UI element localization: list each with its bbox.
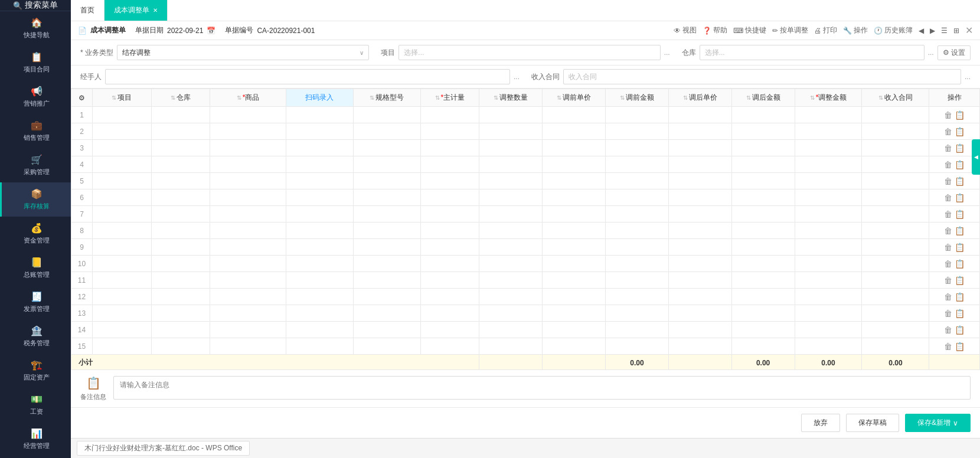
- row-qty[interactable]: [479, 223, 543, 239]
- view-btn[interactable]: 👁 视图: [674, 25, 697, 35]
- row-scan[interactable]: [286, 206, 353, 223]
- row-after-amount[interactable]: [731, 239, 795, 256]
- sidebar-item-operations[interactable]: 📊 经营管理: [0, 422, 71, 456]
- row-after-price[interactable]: [668, 156, 731, 173]
- row-before-amount[interactable]: [605, 322, 668, 338]
- row-product[interactable]: [210, 338, 286, 355]
- sidebar-item-tax[interactable]: 🏦 税务管理: [0, 319, 71, 354]
- row-after-amount[interactable]: [731, 223, 795, 239]
- row-qty[interactable]: [479, 256, 543, 272]
- row-qty[interactable]: [479, 289, 543, 305]
- row-unit[interactable]: [420, 173, 479, 189]
- row-product[interactable]: [210, 156, 286, 173]
- calendar-icon[interactable]: 📅: [207, 27, 215, 35]
- row-product[interactable]: [210, 272, 286, 289]
- row-delete-btn[interactable]: 🗑: [944, 110, 952, 120]
- row-before-price[interactable]: [543, 305, 606, 322]
- row-product[interactable]: [210, 305, 286, 322]
- row-income-contract[interactable]: [862, 239, 929, 256]
- sidebar-item-purchase[interactable]: 🛒 采购管理: [0, 148, 71, 182]
- row-spec[interactable]: [353, 107, 420, 123]
- row-after-price[interactable]: [668, 173, 731, 189]
- detail-view-btn[interactable]: ⊞: [953, 27, 959, 35]
- row-income-contract[interactable]: [862, 289, 929, 305]
- row-before-amount[interactable]: [605, 305, 668, 322]
- row-delete-btn[interactable]: 🗑: [944, 325, 952, 335]
- row-before-price[interactable]: [543, 140, 606, 156]
- row-spec[interactable]: [353, 206, 420, 223]
- row-after-price[interactable]: [668, 272, 731, 289]
- row-unit[interactable]: [420, 272, 479, 289]
- discard-button[interactable]: 放弃: [801, 414, 840, 432]
- col-header-scan[interactable]: 扫码录入: [286, 89, 353, 107]
- warehouse-input[interactable]: 选择...: [700, 45, 925, 60]
- project-ellipsis-btn[interactable]: ...: [664, 48, 670, 57]
- row-after-price[interactable]: [668, 206, 731, 223]
- row-before-price[interactable]: [543, 173, 606, 189]
- income-contract-ellipsis-btn[interactable]: ...: [965, 73, 971, 81]
- row-copy-btn[interactable]: 📋: [955, 110, 965, 120]
- col-header-after-amount[interactable]: ⇅调后金额: [731, 89, 795, 107]
- row-income-contract[interactable]: [862, 272, 929, 289]
- sidebar-item-ledger[interactable]: 📒 总账管理: [0, 251, 71, 285]
- row-before-price[interactable]: [543, 107, 606, 123]
- row-before-price[interactable]: [543, 156, 606, 173]
- row-qty[interactable]: [479, 140, 543, 156]
- row-after-price[interactable]: [668, 256, 731, 272]
- row-before-amount[interactable]: [605, 289, 668, 305]
- row-income-contract[interactable]: [862, 140, 929, 156]
- row-adjust-amount[interactable]: [795, 322, 862, 338]
- row-project[interactable]: [93, 322, 152, 338]
- row-before-price[interactable]: [543, 189, 606, 206]
- row-copy-btn[interactable]: 📋: [955, 342, 965, 351]
- row-after-amount[interactable]: [731, 289, 795, 305]
- row-income-contract[interactable]: [862, 322, 929, 338]
- row-warehouse[interactable]: [151, 156, 210, 173]
- row-unit[interactable]: [420, 123, 479, 140]
- row-before-amount[interactable]: [605, 123, 668, 140]
- row-after-price[interactable]: [668, 140, 731, 156]
- col-header-spec[interactable]: ⇅规格型号: [353, 89, 420, 107]
- row-qty[interactable]: [479, 272, 543, 289]
- row-copy-btn[interactable]: 📋: [955, 276, 965, 285]
- row-product[interactable]: [210, 206, 286, 223]
- row-copy-btn[interactable]: 📋: [955, 210, 965, 219]
- row-spec[interactable]: [353, 305, 420, 322]
- row-warehouse[interactable]: [151, 223, 210, 239]
- save-new-button[interactable]: 保存&新增 ∨: [905, 414, 971, 432]
- row-project[interactable]: [93, 189, 152, 206]
- row-scan[interactable]: [286, 338, 353, 355]
- row-project[interactable]: [93, 156, 152, 173]
- row-after-amount[interactable]: [731, 272, 795, 289]
- row-project[interactable]: [93, 206, 152, 223]
- row-project[interactable]: [93, 289, 152, 305]
- row-adjust-amount[interactable]: [795, 107, 862, 123]
- row-before-price[interactable]: [543, 256, 606, 272]
- row-income-contract[interactable]: [862, 223, 929, 239]
- row-product[interactable]: [210, 239, 286, 256]
- row-spec[interactable]: [353, 223, 420, 239]
- row-warehouse[interactable]: [151, 140, 210, 156]
- col-header-warehouse[interactable]: ⇅仓库: [151, 89, 210, 107]
- window-close-btn[interactable]: ✕: [965, 25, 973, 36]
- row-project[interactable]: [93, 256, 152, 272]
- row-income-contract[interactable]: [862, 173, 929, 189]
- row-before-price[interactable]: [543, 123, 606, 140]
- tab-home[interactable]: 首页: [71, 0, 104, 21]
- col-header-project[interactable]: ⇅项目: [93, 89, 152, 107]
- row-unit[interactable]: [420, 338, 479, 355]
- row-warehouse[interactable]: [151, 305, 210, 322]
- row-warehouse[interactable]: [151, 239, 210, 256]
- row-after-amount[interactable]: [731, 338, 795, 355]
- row-unit[interactable]: [420, 289, 479, 305]
- row-before-amount[interactable]: [605, 338, 668, 355]
- row-spec[interactable]: [353, 156, 420, 173]
- agent-input[interactable]: [105, 69, 510, 84]
- sidebar-item-sales[interactable]: 💼 销售管理: [0, 114, 71, 148]
- row-product[interactable]: [210, 140, 286, 156]
- row-adjust-amount[interactable]: [795, 239, 862, 256]
- row-after-price[interactable]: [668, 305, 731, 322]
- row-product[interactable]: [210, 107, 286, 123]
- row-income-contract[interactable]: [862, 189, 929, 206]
- row-warehouse[interactable]: [151, 272, 210, 289]
